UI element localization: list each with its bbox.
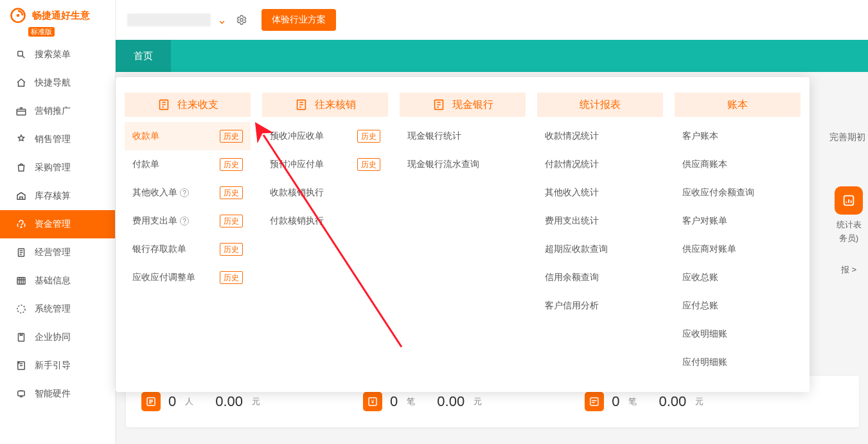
flyout-item[interactable]: 付款单历史 — [125, 150, 251, 179]
sidebar-item-coop[interactable]: 企业协同 — [0, 323, 115, 351]
right-float: 统计表 务员) 报 > — [829, 186, 868, 276]
sidebar-item-quicknav[interactable]: 快捷导航 — [0, 69, 115, 97]
flyout-item[interactable]: 收款核销执行 — [262, 179, 388, 207]
flyout-column-title: 往来收支 — [177, 98, 218, 112]
sidebar-item-purchase[interactable]: 采购管理 — [0, 154, 115, 182]
flyout-item[interactable]: 收款情况统计 — [537, 122, 663, 150]
sidebar-item-label: 新手引导 — [35, 360, 71, 371]
summary-icon: ¥ — [363, 392, 382, 411]
flyout-item[interactable]: 供应商对账单 — [675, 235, 801, 263]
flyout-item[interactable]: 付款核销执行 — [262, 207, 388, 235]
sidebar-item-promo[interactable]: 营销推广 — [0, 97, 115, 125]
summary-value: 0.00 — [437, 393, 465, 410]
history-tag[interactable]: 历史 — [220, 271, 243, 284]
help-icon[interactable]: ? — [180, 217, 189, 226]
flyout-item[interactable]: 供应商账本 — [675, 150, 801, 179]
flyout-item[interactable]: 预收冲应收单历史 — [262, 122, 388, 150]
flyout-item-label: 现金银行统计 — [407, 130, 461, 142]
topbar: ⌄ 体验行业方案 — [116, 0, 868, 40]
history-tag[interactable]: 历史 — [357, 130, 380, 143]
flyout-item[interactable]: 现金银行统计 — [400, 122, 526, 150]
flyout-item[interactable]: 应收明细账 — [675, 320, 801, 348]
tabbar: 首页 — [116, 40, 868, 72]
flyout-item[interactable]: 现金银行流水查询 — [400, 150, 526, 179]
flyout-column-header: 现金银行 — [400, 93, 526, 117]
float-link-statsb[interactable]: 务员) — [829, 232, 868, 245]
flyout-item[interactable]: 付款情况统计 — [537, 150, 663, 179]
history-tag[interactable]: 历史 — [220, 130, 243, 143]
flyout-item[interactable]: 收款单历史 — [125, 122, 251, 150]
doc-icon — [432, 98, 446, 112]
sidebar-item-guide[interactable]: 新手引导 — [0, 351, 115, 380]
flyout-item-label: 信用余额查询 — [545, 272, 599, 283]
flyout-item[interactable]: 其他收入统计 — [537, 179, 663, 207]
sidebar-item-label: 搜索菜单 — [35, 49, 71, 60]
svg-point-7 — [17, 305, 25, 313]
history-tag[interactable]: 历史 — [220, 215, 243, 227]
sidebar-item-label: 企业协同 — [35, 332, 71, 343]
flyout-item-label: 应收总账 — [682, 272, 718, 283]
tab-label: 首页 — [134, 50, 153, 62]
flyout-item-label: 费用支出单? — [132, 215, 189, 227]
sidebar-item-search[interactable]: 搜索菜单 — [0, 40, 115, 69]
flyout-item[interactable]: 应收应付调整单历史 — [125, 263, 251, 292]
flyout-item[interactable]: 应付明细账 — [675, 348, 801, 377]
flyout-item-label: 客户账本 — [682, 130, 718, 142]
purchase-icon — [15, 162, 27, 173]
history-tag[interactable]: 历史 — [357, 158, 380, 171]
flyout-column-title: 现金银行 — [452, 98, 493, 112]
flyout-item-label: 付款单 — [132, 159, 159, 170]
flyout-item[interactable]: 应付总账 — [675, 292, 801, 320]
sidebar-item-finance[interactable]: 资金管理 — [0, 210, 115, 238]
history-tag[interactable]: 历史 — [220, 243, 243, 256]
summary-item: 0人 0.00元 — [141, 392, 260, 411]
tab-home[interactable]: 首页 — [116, 40, 171, 72]
experience-plan-button[interactable]: 体验行业方案 — [261, 9, 336, 31]
hw-icon — [15, 388, 27, 400]
flyout-item[interactable]: 信用余额查询 — [537, 263, 663, 292]
svg-point-1 — [17, 14, 20, 17]
flyout-item-label: 超期应收款查询 — [545, 244, 608, 255]
flyout-column: 往来收支收款单历史付款单历史其他收入单?历史费用支出单?历史银行存取款单历史应收… — [125, 93, 251, 377]
finance-flyout: 往来收支收款单历史付款单历史其他收入单?历史费用支出单?历史银行存取款单历史应收… — [116, 77, 810, 392]
sidebar-item-sales[interactable]: 销售管理 — [0, 125, 115, 154]
flyout-item[interactable]: 应收应付余额查询 — [675, 179, 801, 207]
flyout-item[interactable]: 银行存取款单历史 — [125, 235, 251, 263]
flyout-item-label: 供应商对账单 — [682, 244, 736, 255]
flyout-item[interactable]: 应收总账 — [675, 263, 801, 292]
flyout-item[interactable]: 客户账本 — [675, 122, 801, 150]
flyout-item[interactable]: 超期应收款查询 — [537, 235, 663, 263]
flyout-item-label: 应付总账 — [682, 300, 718, 312]
flyout-item[interactable]: 费用支出统计 — [537, 207, 663, 235]
history-tag[interactable]: 历史 — [220, 158, 243, 171]
search-icon — [15, 49, 27, 60]
float-link-stats[interactable]: 统计表 — [829, 218, 868, 232]
sidebar-item-label: 智能硬件 — [35, 388, 71, 400]
flyout-item[interactable]: 客户对账单 — [675, 207, 801, 235]
gear-icon[interactable] — [236, 14, 247, 26]
summary-value-unit: 元 — [252, 396, 260, 407]
quicknav-icon — [15, 77, 27, 89]
svg-rect-15 — [590, 398, 598, 405]
flyout-item-label: 费用支出统计 — [545, 215, 599, 227]
flyout-column-header: 往来核销 — [262, 93, 388, 117]
float-stats-button[interactable] — [835, 186, 863, 215]
help-icon[interactable]: ? — [180, 188, 189, 197]
sidebar-item-stock[interactable]: 库存核算 — [0, 182, 115, 210]
flyout-item[interactable]: 其他收入单?历史 — [125, 179, 251, 207]
flyout-item[interactable]: 费用支出单?历史 — [125, 207, 251, 235]
sidebar-item-ops[interactable]: 经营管理 — [0, 238, 115, 267]
flyout-column: 统计报表收款情况统计付款情况统计其他收入统计费用支出统计超期应收款查询信用余额查… — [537, 93, 663, 377]
float-link-report[interactable]: 报 > — [829, 263, 868, 277]
sidebar-item-base[interactable]: 基础信息 — [0, 267, 115, 295]
sidebar-item-system[interactable]: 系统管理 — [0, 295, 115, 323]
sidebar-item-label: 经营管理 — [35, 247, 71, 258]
history-tag[interactable]: 历史 — [220, 186, 243, 199]
org-selector[interactable]: ⌄ — [127, 13, 227, 26]
flyout-item[interactable]: 预付冲应付单历史 — [262, 150, 388, 179]
chevron-down-icon: ⌄ — [217, 14, 227, 26]
flyout-item[interactable]: 客户信用分析 — [537, 292, 663, 320]
sidebar-item-hw[interactable]: 智能硬件 — [0, 380, 115, 408]
flyout-column-title: 账本 — [727, 98, 748, 112]
doc-icon — [157, 98, 171, 112]
